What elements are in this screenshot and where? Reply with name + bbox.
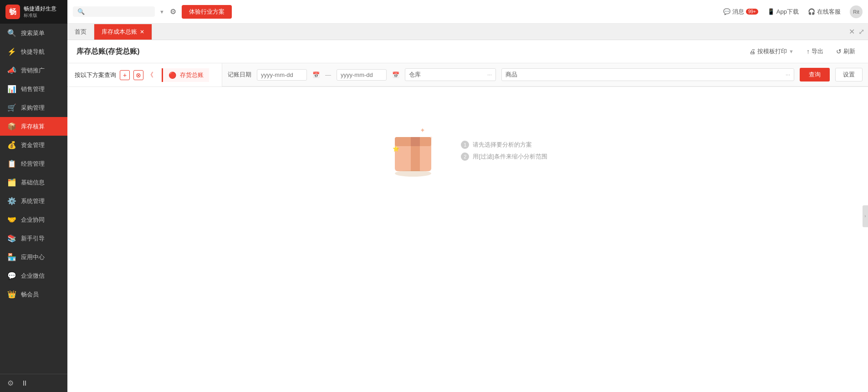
empty-illustration: ✦ ✧ ⭐ bbox=[388, 123, 443, 178]
sidebar-label-finance: 资金管理 bbox=[21, 141, 45, 149]
query-row: 记账日期 📅 — 📅 仓库 ··· 商品 ··· 查询 设置 bbox=[222, 63, 868, 87]
toggle-footer-icon[interactable]: ⏸ bbox=[21, 379, 28, 387]
date-start-input[interactable] bbox=[257, 69, 307, 81]
refresh-btn[interactable]: ↺ 刷新 bbox=[832, 46, 859, 57]
service-icon: 🎧 bbox=[808, 8, 815, 15]
export-label: 导出 bbox=[812, 47, 823, 56]
filter-add-btn[interactable]: + bbox=[120, 70, 130, 80]
sidebar-label-appstore: 应用中心 bbox=[21, 253, 45, 261]
page-content: 库存总账(存货总账) 🖨 按模板打印 ▼ ↑ 导出 ↺ 刷新 bbox=[67, 40, 868, 392]
app-badge: 标准版 bbox=[24, 12, 56, 19]
sidebar-item-operation[interactable]: 📋 经营管理 bbox=[0, 154, 67, 173]
hint-text-1: 请先选择要分析的方案 bbox=[473, 141, 532, 149]
filter-collapse-icon[interactable]: 《 bbox=[147, 71, 153, 79]
member-icon: 👑 bbox=[7, 290, 16, 299]
date-end-input[interactable] bbox=[337, 69, 387, 81]
sidebar-item-enterprise[interactable]: 🤝 企业协同 bbox=[0, 210, 67, 229]
sidebar-label-sales: 销售管理 bbox=[21, 85, 45, 93]
sidebar-item-marketing[interactable]: 📣 营销推广 bbox=[0, 61, 67, 80]
goods-field[interactable]: 商品 ··· bbox=[501, 68, 794, 81]
hint-item-1: 1 请先选择要分析的方案 bbox=[461, 141, 547, 149]
app-download-label: App下载 bbox=[776, 8, 799, 16]
topbar: 🔍 ▼ ⚙ 体验行业方案 💬 消息 99+ 📱 App下载 🎧 在线客服 Rit bbox=[67, 0, 868, 24]
online-service-label: 在线客服 bbox=[817, 8, 841, 16]
sidebar-item-shortcut[interactable]: ⚡ 快捷导航 bbox=[0, 42, 67, 61]
tab-close-icon[interactable]: ✕ bbox=[140, 29, 144, 35]
filter-label: 按以下方案查询 bbox=[75, 71, 116, 79]
topbar-search-icon: 🔍 bbox=[77, 8, 85, 15]
sidebar-item-appstore[interactable]: 🏪 应用中心 bbox=[0, 248, 67, 266]
query-btn[interactable]: 查询 bbox=[800, 68, 830, 81]
topbar-settings-icon[interactable]: ⚙ bbox=[170, 7, 176, 16]
box-front-stripe bbox=[411, 146, 420, 171]
hint-item-2: 2 用[过滤]条件来缩小分析范围 bbox=[461, 153, 547, 161]
sidebar-item-finance[interactable]: 💰 资金管理 bbox=[0, 136, 67, 154]
sidebar-item-inventory[interactable]: 📦 库存核算 bbox=[0, 117, 67, 136]
sidebar-item-member[interactable]: 👑 畅会员 bbox=[0, 285, 67, 304]
sidebar: 畅 畅捷通好生意 标准版 🔍 搜索菜单 ⚡ 快捷导航 📣 营销推广 📊 销售管理… bbox=[0, 0, 67, 392]
settings-footer-icon[interactable]: ⚙ bbox=[7, 379, 14, 387]
topbar-right: 💬 消息 99+ 📱 App下载 🎧 在线客服 Rit bbox=[723, 5, 863, 18]
settings-btn[interactable]: 设置 bbox=[835, 68, 863, 81]
sidebar-label-purchase: 采购管理 bbox=[21, 104, 45, 112]
newguide-icon: 📚 bbox=[7, 234, 16, 243]
print-btn[interactable]: 🖨 按模板打印 ▼ bbox=[745, 46, 797, 57]
sidebar-footer: ⚙ ⏸ bbox=[0, 374, 67, 392]
sidebar-nav: 🔍 搜索菜单 ⚡ 快捷导航 📣 营销推广 📊 销售管理 🛒 采购管理 📦 库存核… bbox=[0, 24, 67, 374]
online-service-btn[interactable]: 🎧 在线客服 bbox=[808, 8, 841, 16]
purchase-icon: 🛒 bbox=[7, 103, 16, 112]
sidebar-label-inventory: 库存核算 bbox=[21, 122, 45, 131]
empty-state: ✦ ✧ ⭐ bbox=[67, 87, 868, 214]
topbar-chevron-icon[interactable]: ▼ bbox=[159, 9, 164, 15]
print-label: 按模板打印 bbox=[757, 47, 787, 56]
empty-state-inner: ✦ ✧ ⭐ bbox=[388, 123, 547, 178]
download-icon: 📱 bbox=[767, 8, 775, 15]
print-chevron-icon: ▼ bbox=[789, 49, 794, 54]
sidebar-label-enterprise: 企业协同 bbox=[21, 216, 45, 224]
sidebar-item-basic[interactable]: 🗂️ 基础信息 bbox=[0, 173, 67, 192]
sidebar-item-newguide[interactable]: 📚 新手引导 bbox=[0, 229, 67, 248]
message-badge: 99+ bbox=[746, 9, 758, 15]
topbar-search[interactable]: 🔍 bbox=[73, 6, 155, 17]
hint-num-1: 1 bbox=[461, 141, 469, 149]
warehouse-label: 仓库 bbox=[409, 71, 485, 79]
sidebar-item-sales[interactable]: 📊 销售管理 bbox=[0, 80, 67, 98]
tab-home[interactable]: 首页 bbox=[67, 24, 94, 40]
system-icon: ⚙️ bbox=[7, 197, 16, 205]
app-download-btn[interactable]: 📱 App下载 bbox=[767, 8, 799, 16]
right-panel-btn[interactable]: › bbox=[863, 205, 868, 227]
sidebar-item-search[interactable]: 🔍 搜索菜单 bbox=[0, 24, 67, 42]
sidebar-item-system[interactable]: ⚙️ 系统管理 bbox=[0, 192, 67, 210]
star-left: ⭐ bbox=[393, 145, 399, 152]
logo-icon: 畅 bbox=[5, 5, 20, 19]
goods-more-icon[interactable]: ··· bbox=[786, 71, 790, 78]
marketing-icon: 📣 bbox=[7, 66, 16, 75]
calendar-start-icon[interactable]: 📅 bbox=[312, 71, 320, 78]
search-icon: 🔍 bbox=[7, 29, 16, 37]
goods-label: 商品 bbox=[505, 71, 784, 79]
sidebar-item-wechat[interactable]: 💬 企业微信 bbox=[0, 266, 67, 285]
tab-panel-expand-icon[interactable]: ⤢ bbox=[858, 27, 864, 36]
message-btn[interactable]: 💬 消息 99+ bbox=[723, 8, 758, 16]
hint-text-2: 用[过滤]条件来缩小分析范围 bbox=[473, 153, 547, 161]
sidebar-label-basic: 基础信息 bbox=[21, 178, 45, 187]
industry-btn[interactable]: 体验行业方案 bbox=[182, 5, 232, 19]
sidebar-item-purchase[interactable]: 🛒 采购管理 bbox=[0, 98, 67, 117]
refresh-icon: ↺ bbox=[836, 48, 842, 55]
export-icon: ↑ bbox=[807, 48, 810, 55]
warehouse-field[interactable]: 仓库 ··· bbox=[405, 68, 496, 81]
scheme-item[interactable]: 🔴 存货总账 bbox=[162, 68, 209, 82]
finance-icon: 💰 bbox=[7, 141, 16, 149]
basic-icon: 🗂️ bbox=[7, 178, 16, 187]
warehouse-more-icon[interactable]: ··· bbox=[487, 71, 492, 78]
user-profile[interactable]: Rit bbox=[850, 5, 863, 18]
tab-inventory-ledger[interactable]: 库存成本总账 ✕ bbox=[94, 24, 152, 40]
refresh-label: 刷新 bbox=[843, 47, 855, 56]
enterprise-icon: 🤝 bbox=[7, 215, 16, 224]
tab-panel-close-icon[interactable]: ✕ bbox=[849, 27, 855, 36]
shortcut-icon: ⚡ bbox=[7, 47, 16, 56]
filter-del-btn[interactable]: ⊗ bbox=[133, 70, 143, 80]
sidebar-label-wechat: 企业微信 bbox=[21, 272, 45, 280]
export-btn[interactable]: ↑ 导出 bbox=[803, 46, 827, 57]
calendar-end-icon[interactable]: 📅 bbox=[392, 71, 399, 78]
